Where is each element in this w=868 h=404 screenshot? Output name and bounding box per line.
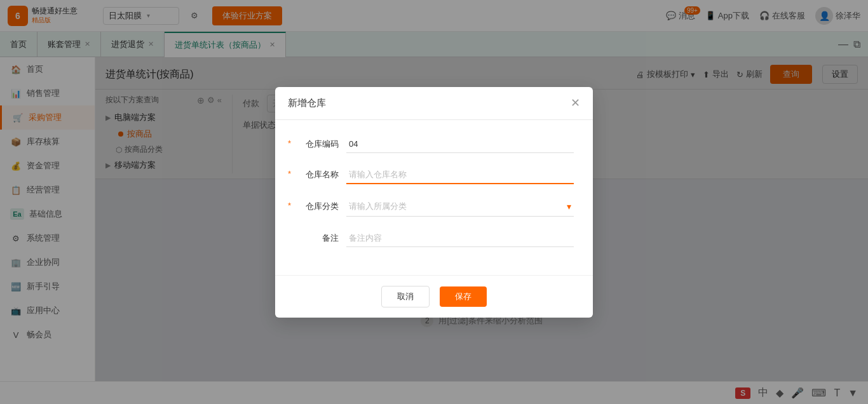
warehouse-code-input[interactable] — [346, 135, 574, 153]
warehouse-name-input[interactable] — [346, 166, 574, 184]
warehouse-note-input[interactable] — [346, 229, 574, 247]
modal-header: 新增仓库 ✕ — [275, 87, 593, 120]
warehouse-code-row: 仓库编码 — [294, 135, 574, 153]
modal-title: 新增仓库 — [288, 97, 326, 109]
code-label: 仓库编码 — [294, 138, 339, 150]
modal-close-button[interactable]: ✕ — [571, 97, 580, 109]
modal-footer: 取消 保存 — [275, 275, 593, 318]
name-label: 仓库名称 — [294, 169, 339, 180]
warehouse-note-row: 备注 — [294, 229, 574, 247]
save-button[interactable]: 保存 — [440, 286, 487, 307]
modal-overlay[interactable]: 新增仓库 ✕ 仓库编码 仓库名称 仓库分类 请输入所属分类 ▾ — [0, 0, 868, 404]
note-label: 备注 — [294, 232, 339, 244]
warehouse-category-row: 仓库分类 请输入所属分类 ▾ — [294, 197, 574, 217]
category-placeholder: 请输入所属分类 — [349, 201, 407, 212]
warehouse-category-select[interactable]: 请输入所属分类 ▾ — [346, 197, 574, 217]
warehouse-name-row: 仓库名称 — [294, 166, 574, 184]
modal-body: 仓库编码 仓库名称 仓库分类 请输入所属分类 ▾ 备注 — [275, 120, 593, 275]
add-warehouse-modal: 新增仓库 ✕ 仓库编码 仓库名称 仓库分类 请输入所属分类 ▾ — [275, 87, 593, 318]
category-arrow-icon: ▾ — [567, 201, 571, 212]
cancel-button[interactable]: 取消 — [381, 286, 430, 307]
category-label: 仓库分类 — [294, 201, 339, 212]
